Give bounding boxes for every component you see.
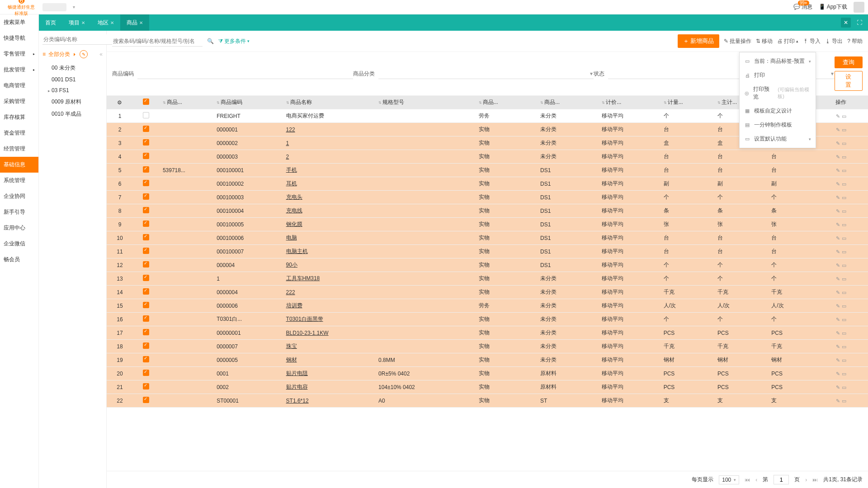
table-row[interactable]: 10000100006电脑实物DS1移动平均台台台✎▭ [107,231,868,245]
row-checkbox[interactable] [133,286,159,299]
table-row[interactable]: 400000032实物未分类移动平均台台台✎▭ [107,150,868,164]
row-checkbox[interactable] [133,245,159,258]
more-icon[interactable]: ▭ [842,385,846,390]
edit-icon[interactable]: ✎ [836,195,840,200]
row-checkbox[interactable] [133,177,159,191]
messages-button[interactable]: 💬 消息 99+ [793,3,812,11]
more-filters-button[interactable]: ⧩ 更多条件 ▾ [218,38,250,45]
last-page-button[interactable]: ⏭ [812,477,818,483]
more-icon[interactable]: ▭ [842,113,846,119]
collapse-icon[interactable]: « [99,51,103,57]
add-product-button[interactable]: ＋ 新增商品 [678,34,720,48]
sidebar-item[interactable]: 采购管理 [0,94,38,109]
col-price[interactable]: ⇅计价... [598,96,660,109]
template-custom-action[interactable]: ▦模板自定义设计 [740,104,816,118]
product-search-input[interactable] [112,36,203,47]
col-code[interactable]: ⇅商品编码 [213,96,282,109]
table-row[interactable]: 1700000001BLD10-23-1.1KW实物未分类移动平均PCSPCSP… [107,326,868,340]
product-name-link[interactable]: BLD10-23-1.1KW [286,330,329,336]
sidebar-item[interactable]: 库存核算 [0,109,38,125]
row-checkbox[interactable] [133,367,159,380]
category-node[interactable]: 00 未分类 [39,62,106,74]
more-icon[interactable]: ▭ [842,249,846,254]
col-barcode[interactable]: ⇅商品... [159,96,213,109]
app-download-button[interactable]: 📱 App下载 [819,3,847,11]
row-checkbox[interactable] [133,109,159,123]
sidebar-item[interactable]: 企业微信 [0,236,38,252]
row-checkbox[interactable] [133,258,159,272]
edit-icon[interactable]: ✎ [836,330,840,336]
table-row[interactable]: 140000004222实物未分类移动平均千克千克千克✎▭ [107,286,868,299]
edit-icon[interactable]: ✎ [836,303,840,309]
product-name-link[interactable]: 电脑主机 [286,248,308,254]
sidebar-item[interactable]: 搜索菜单 [0,14,38,30]
tab[interactable]: 首页 [39,14,62,31]
edit-icon[interactable]: ✎ [836,168,840,173]
product-name-link[interactable]: 手机 [286,167,297,173]
edit-icon[interactable]: ✎ [836,154,840,160]
gear-column-header[interactable]: ⚙ [107,96,133,109]
fullscreen-icon[interactable]: ⛶ [854,18,864,28]
tab[interactable]: 商品✕ [120,14,149,31]
more-icon[interactable]: ▭ [842,222,846,227]
table-row[interactable]: 11000100007电脑主机实物DS1移动平均台台台✎▭ [107,245,868,258]
first-page-button[interactable]: ⏮ [745,477,750,483]
table-row[interactable]: 210002贴片电容104±10% 0402实物原材料移动平均PCSPCSPCS… [107,380,868,394]
product-name-link[interactable]: ST1.6*12 [286,398,309,404]
product-name-link[interactable]: 珠宝 [286,343,297,349]
category-search-input[interactable] [42,34,112,45]
product-name-link[interactable]: 培训费 [286,302,302,309]
more-icon[interactable]: ▭ [842,344,846,349]
more-icon[interactable]: ▭ [842,141,846,146]
category-node[interactable]: 0010 半成品 [39,108,106,120]
code-filter-input[interactable] [137,68,353,79]
col-unit1[interactable]: ⇅计量... [660,96,714,109]
print-button[interactable]: 🖨打印▴ [777,38,798,45]
tab[interactable]: 地区✕ [91,14,120,31]
row-checkbox[interactable] [133,326,159,340]
more-icon[interactable]: ▭ [842,181,846,187]
more-icon[interactable]: ▭ [842,168,846,173]
col-type[interactable]: ⇅商品... [475,96,537,109]
sidebar-item[interactable]: 新手引导 [0,204,38,220]
sidebar-item[interactable]: 基础信息 [0,157,38,173]
table-row[interactable]: 200001贴片电阻0R±5% 0402实物原材料移动平均PCSPCSPCS✎▭ [107,367,868,380]
chevron-down-icon[interactable]: ▾ [73,5,75,9]
row-checkbox[interactable] [133,394,159,408]
close-icon[interactable]: ✕ [110,20,114,25]
next-page-button[interactable]: › [805,477,807,483]
more-icon[interactable]: ▭ [842,317,846,322]
sidebar-item[interactable]: 快捷导航 [0,30,38,46]
col-cat[interactable]: ⇅商品... [537,96,598,109]
edit-icon[interactable]: ✎ [836,357,840,363]
row-checkbox[interactable] [133,164,159,177]
edit-icon[interactable]: ✎ [836,113,840,119]
table-row[interactable]: 22ST00001ST1.6*12A0实物ST移动平均支支支✎▭ [107,394,868,408]
product-name-link[interactable]: 钢化膜 [286,221,302,227]
product-table-wrap[interactable]: ⚙ ⇅商品... ⇅商品编码 ⇅商品名称 ⇅规格型号 ⇅商品... ⇅商品...… [107,96,868,471]
row-checkbox[interactable] [133,218,159,231]
per-page-select[interactable]: 100▾ [719,475,739,484]
sidebar-item[interactable]: 经营管理 [0,141,38,157]
table-row[interactable]: 150000006培训费劳务未分类移动平均人/次人/次人/次✎▭ [107,299,868,313]
edit-icon[interactable]: ✎ [836,276,840,282]
row-checkbox[interactable] [133,191,159,204]
edit-icon[interactable]: ✎ [836,249,840,254]
move-button[interactable]: ⇅移动 [756,38,773,45]
row-checkbox[interactable] [133,340,159,353]
sidebar-item[interactable]: 零售管理▸ [0,46,38,62]
more-icon[interactable]: ▭ [842,235,846,241]
edit-icon[interactable]: ✎ [836,290,840,295]
product-name-link[interactable]: 122 [286,127,295,133]
edit-icon[interactable]: ✎ [836,222,840,227]
more-icon[interactable]: ▭ [842,276,846,282]
table-row[interactable]: 7000100003充电头实物DS1移动平均个个个✎▭ [107,191,868,204]
product-name-link[interactable]: 1 [286,140,289,146]
category-filter-select[interactable]: ▾ [378,69,594,79]
edit-icon[interactable]: ✎ [836,208,840,214]
edit-icon[interactable]: ✎ [836,127,840,132]
edit-icon[interactable]: ✎ [836,181,840,187]
setting-button[interactable]: 设置 [835,71,863,91]
row-checkbox[interactable] [133,272,159,286]
product-name-link[interactable]: 电脑 [286,235,297,241]
